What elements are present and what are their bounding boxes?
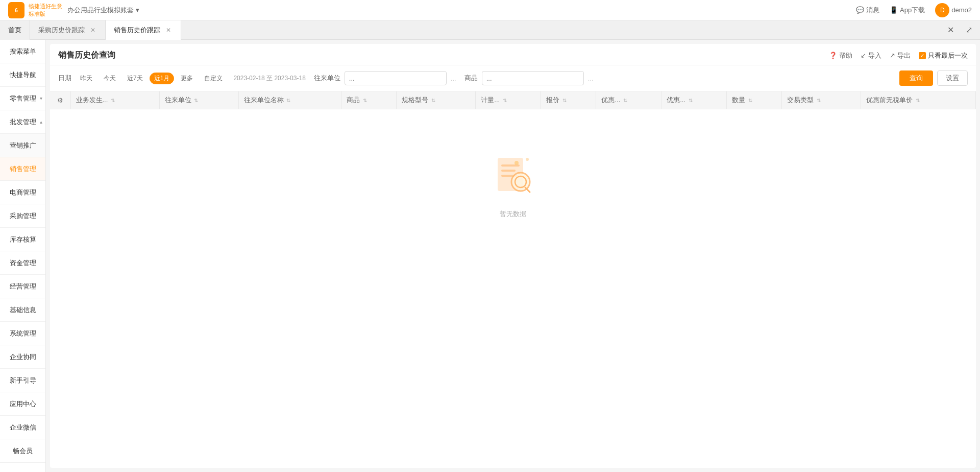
help-button[interactable]: ❓ 帮助 bbox=[829, 51, 852, 60]
top-header: 6 畅捷通好生意 标准版 办公用品行业模拟账套 ▾ 💬 消息 📱 App下载 D… bbox=[0, 0, 980, 20]
sidebar-marketing-label: 营销推广 bbox=[10, 141, 36, 150]
tab-bar: 首页 采购历史价跟踪 ✕ 销售历史价跟踪 ✕ ✕ ⤢ bbox=[0, 20, 980, 40]
date-btn-7days[interactable]: 近7天 bbox=[122, 73, 148, 84]
col-quote[interactable]: 报价 ⇅ bbox=[541, 91, 596, 109]
sidebar-wholesale-label: 批发管理 bbox=[10, 117, 36, 127]
filter-bar: 日期 昨天 今天 近7天 近1月 更多 自定义 2023-02-18 至 202… bbox=[50, 65, 976, 91]
chevron-down-icon: ▾ bbox=[40, 96, 42, 101]
message-label: 消息 bbox=[866, 6, 879, 15]
page-header-actions: ❓ 帮助 ↙ 导入 ↗ 导出 ✓ 只看最后一次 bbox=[829, 51, 968, 60]
page-title: 销售历史价查询 bbox=[58, 50, 115, 61]
import-label: 导入 bbox=[868, 51, 881, 60]
product-dots: ... bbox=[588, 75, 594, 82]
sidebar-item-finance[interactable]: 资金管理 bbox=[0, 251, 45, 275]
col-product[interactable]: 商品 ⇅ bbox=[341, 91, 397, 109]
sidebar-item-wechat[interactable]: 企业微信 bbox=[0, 416, 45, 439]
main-layout: 搜索菜单 快捷导航 零售管理 ▾ 批发管理 ▴ 营销推广 销售管理 电商管理 采… bbox=[0, 40, 980, 472]
sidebar-item-sales-mgmt[interactable]: 销售管理 bbox=[0, 157, 45, 181]
import-icon: ↙ bbox=[861, 52, 866, 59]
table-header-row: ⚙ 业务发生... ⇅ 往来单位 ⇅ 往来单位名称 ⇅ 商品 ⇅ 规格型号 ⇅ … bbox=[50, 91, 976, 109]
col-biz-date[interactable]: 业务发生... ⇅ bbox=[70, 91, 159, 109]
avatar: D bbox=[935, 3, 949, 17]
sidebar-item-collab[interactable]: 企业协同 bbox=[0, 345, 45, 369]
col-trade-type[interactable]: 交易类型 ⇅ bbox=[782, 91, 861, 109]
date-btn-yesterday[interactable]: 昨天 bbox=[76, 73, 97, 84]
product-input[interactable] bbox=[482, 71, 584, 85]
tab-purchase-history[interactable]: 采购历史价跟踪 ✕ bbox=[30, 20, 106, 40]
tab-sales-history[interactable]: 销售历史价跟踪 ✕ bbox=[106, 20, 181, 40]
product-filter-label: 商品 bbox=[464, 74, 478, 83]
date-btn-more[interactable]: 更多 bbox=[176, 73, 198, 84]
header-right: 💬 消息 📱 App下载 D demo2 bbox=[856, 3, 972, 17]
tab-purchase-close[interactable]: ✕ bbox=[89, 26, 97, 34]
date-btn-custom[interactable]: 自定义 bbox=[200, 73, 227, 84]
username-label: demo2 bbox=[951, 6, 972, 14]
tab-sales-label: 销售历史价跟踪 bbox=[114, 26, 160, 35]
close-all-tabs-button[interactable]: ✕ bbox=[943, 23, 958, 37]
sidebar-item-wholesale[interactable]: 批发管理 ▴ bbox=[0, 110, 45, 134]
col-settings[interactable]: ⚙ bbox=[50, 91, 70, 109]
sidebar-item-quick-nav[interactable]: 快捷导航 bbox=[0, 63, 45, 87]
last-only-checkbox-group[interactable]: ✓ 只看最后一次 bbox=[919, 51, 968, 60]
sidebar-inventory-label: 库存核算 bbox=[10, 235, 36, 244]
partner-input[interactable] bbox=[345, 71, 447, 85]
date-btn-1month[interactable]: 近1月 bbox=[150, 73, 175, 84]
sidebar-item-guide[interactable]: 新手引导 bbox=[0, 369, 45, 392]
tab-sales-close[interactable]: ✕ bbox=[164, 26, 173, 34]
sidebar-item-member[interactable]: 畅会员 bbox=[0, 439, 45, 463]
tab-home-label: 首页 bbox=[8, 26, 21, 35]
sidebar-system-label: 系统管理 bbox=[10, 329, 36, 338]
sidebar-purchase-label: 采购管理 bbox=[10, 211, 36, 221]
sidebar-item-basic[interactable]: 基础信息 bbox=[0, 298, 45, 322]
app-download-label: App下载 bbox=[900, 6, 925, 15]
sidebar-retail-label: 零售管理 bbox=[10, 94, 36, 103]
svg-rect-4 bbox=[501, 170, 516, 172]
col-qty[interactable]: 数量 ⇅ bbox=[726, 91, 781, 109]
last-only-checkbox[interactable]: ✓ bbox=[919, 52, 926, 59]
workspace-selector[interactable]: 办公用品行业模拟账套 ▾ bbox=[67, 6, 139, 15]
app-download-button[interactable]: 📱 App下载 bbox=[890, 6, 925, 15]
message-button[interactable]: 💬 消息 bbox=[856, 6, 879, 15]
sidebar-item-search[interactable]: 搜索菜单 bbox=[0, 40, 45, 63]
partner-filter-label: 往来单位 bbox=[314, 74, 340, 83]
page-header: 销售历史价查询 ❓ 帮助 ↙ 导入 ↗ 导出 ✓ bbox=[50, 44, 976, 65]
svg-text:6: 6 bbox=[15, 8, 18, 13]
sidebar-item-ecom[interactable]: 电商管理 bbox=[0, 181, 45, 204]
date-range-display: 2023-02-18 至 2023-03-18 bbox=[233, 74, 305, 83]
col-partner-code[interactable]: 往来单位 ⇅ bbox=[159, 91, 238, 109]
sidebar-item-inventory[interactable]: 库存核算 bbox=[0, 228, 45, 251]
export-label: 导出 bbox=[897, 51, 911, 60]
col-pretax-price[interactable]: 优惠前无税单价 ⇅ bbox=[861, 91, 976, 109]
date-filter-group: 日期 昨天 今天 近7天 近1月 更多 自定义 2023-02-18 至 202… bbox=[58, 73, 306, 84]
chevron-down-icon: ▾ bbox=[136, 6, 139, 14]
col-partner-name[interactable]: 往来单位名称 ⇅ bbox=[238, 91, 341, 109]
sidebar-sales-mgmt-label: 销售管理 bbox=[10, 164, 36, 174]
sidebar-quick-nav-label: 快捷导航 bbox=[10, 70, 36, 80]
sidebar-item-appstore[interactable]: 应用中心 bbox=[0, 392, 45, 416]
import-button[interactable]: ↙ 导入 bbox=[861, 51, 881, 60]
col-unit[interactable]: 计量... ⇅ bbox=[476, 91, 541, 109]
date-btn-today[interactable]: 今天 bbox=[99, 73, 120, 84]
user-menu[interactable]: D demo2 bbox=[935, 3, 972, 17]
partner-dots: ... bbox=[451, 75, 456, 82]
phone-icon: 📱 bbox=[890, 6, 898, 14]
empty-icon bbox=[487, 150, 538, 201]
col-spec[interactable]: 规格型号 ⇅ bbox=[397, 91, 476, 109]
sidebar-item-purchase[interactable]: 采购管理 bbox=[0, 204, 45, 228]
settings-button[interactable]: 设置 bbox=[937, 70, 968, 86]
col-discount1[interactable]: 优惠... ⇅ bbox=[596, 91, 662, 109]
export-button[interactable]: ↗ 导出 bbox=[890, 51, 911, 60]
col-discount2[interactable]: 优惠... ⇅ bbox=[662, 91, 727, 109]
sidebar-search-label: 搜索菜单 bbox=[10, 47, 36, 56]
table-container: ⚙ 业务发生... ⇅ 往来单位 ⇅ 往来单位名称 ⇅ 商品 ⇅ 规格型号 ⇅ … bbox=[50, 91, 976, 468]
sidebar-item-marketing[interactable]: 营销推广 bbox=[0, 134, 45, 157]
sidebar-item-system[interactable]: 系统管理 bbox=[0, 322, 45, 345]
sidebar-item-ops[interactable]: 经营管理 bbox=[0, 275, 45, 298]
maximize-button[interactable]: ⤢ bbox=[962, 23, 976, 37]
sidebar-ecom-label: 电商管理 bbox=[10, 188, 36, 197]
tab-bar-actions: ✕ ⤢ bbox=[943, 23, 980, 37]
content-area: 销售历史价查询 ❓ 帮助 ↙ 导入 ↗ 导出 ✓ bbox=[46, 40, 980, 472]
tab-home[interactable]: 首页 bbox=[0, 20, 30, 40]
sidebar-item-retail[interactable]: 零售管理 ▾ bbox=[0, 87, 45, 110]
query-button[interactable]: 查询 bbox=[899, 70, 933, 86]
